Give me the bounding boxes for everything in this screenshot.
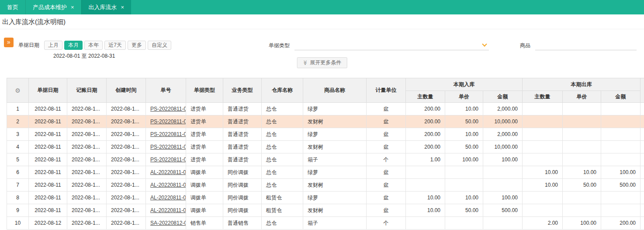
cell-in-price <box>445 166 483 179</box>
cell-in-amount: 10,000.00 <box>483 115 523 128</box>
tab-product-cost[interactable]: 产品成本维护 × <box>25 0 81 14</box>
cell-warehouse: 总仓 <box>262 128 303 141</box>
header-account-date: 记账日期 <box>67 78 107 103</box>
cell-warehouse: 总仓 <box>262 153 303 166</box>
chevron-down-icon[interactable] <box>482 42 487 46</box>
doc-no-link[interactable]: PS-20220811-0 <box>150 157 186 163</box>
cell-doc-no: AL-20220811-0 <box>146 166 186 179</box>
cell-create-time: 2022-08-1... <box>107 166 146 179</box>
table-row[interactable]: 72022-08-112022-08-1...2022-08-1...AL-20… <box>7 179 644 192</box>
doc-no-link[interactable]: AL-20220811-0 <box>150 169 186 175</box>
cell-biz-type: 同价调拨 <box>223 179 262 192</box>
cell-out-price: 10.00 <box>563 166 601 179</box>
table-row[interactable]: 42022-08-112022-08-1...2022-08-1...PS-20… <box>7 141 644 153</box>
gear-icon[interactable]: ⚙ <box>15 87 21 94</box>
doc-no-link[interactable]: AL-20220811-0 <box>150 182 186 188</box>
cell-warehouse: 总仓 <box>262 217 303 230</box>
close-icon[interactable]: × <box>121 4 125 10</box>
cell-doc-no: AL-20220811-0 <box>146 192 186 204</box>
doc-no-link[interactable]: PS-20220811-0 <box>150 144 186 150</box>
cell-in-qty <box>406 179 445 192</box>
date-filter-label: 单据日期 <box>18 42 39 49</box>
table-row[interactable]: 102022-08-122022-08-1...2022-08-1...SA-2… <box>7 217 644 230</box>
doc-type-select[interactable] <box>294 41 489 50</box>
expand-more-conditions-button[interactable]: ≫ 展开更多条件 <box>297 57 347 68</box>
cell-row-index: 10 <box>7 217 29 230</box>
cell-out-amount <box>601 128 641 141</box>
cell-unit: 盆 <box>367 128 406 141</box>
doc-no-link[interactable]: PS-20220811-0 <box>150 106 186 112</box>
doc-no-link[interactable]: AL-20220811-0 <box>150 207 186 213</box>
cell-row-index: 7 <box>7 179 29 192</box>
cell-account-date: 2022-08-1... <box>67 128 107 141</box>
cell-doc-type: 调拨单 <box>186 204 223 217</box>
header-biz-type: 业务类型 <box>223 78 262 103</box>
product-input[interactable] <box>535 41 637 50</box>
cell-in-qty: 10.00 <box>406 192 445 204</box>
expand-more-label: 展开更多条件 <box>310 59 341 66</box>
cell-out-amount <box>601 204 641 217</box>
cell-product: 绿萝 <box>303 166 367 179</box>
cell-account-date: 2022-08-1... <box>67 204 107 217</box>
table-row[interactable]: 52022-08-112022-08-1...2022-08-1...PS-20… <box>7 153 644 166</box>
header-out-amount: 金额 <box>601 91 641 103</box>
cell-row-index: 4 <box>7 141 29 153</box>
cell-warehouse: 总仓 <box>262 141 303 153</box>
cell-in-qty <box>406 217 445 230</box>
table-row[interactable]: 22022-08-112022-08-1...2022-08-1...PS-20… <box>7 115 644 128</box>
pill-custom[interactable]: 自定义 <box>148 41 171 50</box>
close-icon[interactable]: × <box>71 4 74 10</box>
pill-this-year[interactable]: 本年 <box>84 41 103 50</box>
cell-out-price <box>563 153 601 166</box>
cell-product: 发财树 <box>303 204 367 217</box>
header-warehouse: 仓库名称 <box>262 78 303 103</box>
cell-sliver <box>641 179 644 192</box>
tab-bar: 首页 产品成本维护 × 出入库流水 × <box>0 0 644 14</box>
cell-out-amount: 200.00 <box>601 217 641 230</box>
table-row[interactable]: 62022-08-112022-08-1...2022-08-1...AL-20… <box>7 166 644 179</box>
pill-this-month[interactable]: 本月 <box>64 41 83 50</box>
cell-product: 箱子 <box>303 217 367 230</box>
pill-last-month[interactable]: 上月 <box>44 41 62 50</box>
doc-no-link[interactable]: SA-20220812-0 <box>150 220 186 226</box>
doc-no-link[interactable]: PS-20220811-0 <box>150 118 186 125</box>
cell-in-amount <box>483 179 523 192</box>
flow-table: ⚙ 单据日期 记账日期 创建时间 单号 单据类型 业务类型 仓库名称 商品名称 … <box>7 78 644 230</box>
cell-doc-type: 进货单 <box>186 141 223 153</box>
cell-sliver <box>641 217 644 230</box>
cell-date: 2022-08-11 <box>29 141 67 153</box>
header-unit: 计量单位 <box>367 78 406 103</box>
cell-unit: 盆 <box>367 204 406 217</box>
cell-doc-type: 销售单 <box>186 217 223 230</box>
cell-biz-type: 同价调拨 <box>223 204 262 217</box>
cell-account-date: 2022-08-1... <box>67 103 107 115</box>
cell-account-date: 2022-08-1... <box>67 115 107 128</box>
cell-out-qty <box>523 103 563 115</box>
cell-out-amount <box>601 115 641 128</box>
cell-out-qty <box>523 204 563 217</box>
cell-product: 绿萝 <box>303 192 367 204</box>
cell-product: 发财树 <box>303 179 367 192</box>
cell-sliver <box>641 192 644 204</box>
table-row[interactable]: 32022-08-112022-08-1...2022-08-1...PS-20… <box>7 128 644 141</box>
cell-create-time: 2022-08-1... <box>107 103 146 115</box>
table-row[interactable]: 82022-08-112022-08-1...2022-08-1...AL-20… <box>7 192 644 204</box>
pill-more[interactable]: 更多 <box>128 41 146 50</box>
cell-doc-type: 调拨单 <box>186 192 223 204</box>
cell-in-qty: 200.00 <box>406 128 445 141</box>
doc-no-link[interactable]: PS-20220811-0 <box>150 131 186 137</box>
doc-no-link[interactable]: AL-20220811-0 <box>150 195 186 201</box>
table-row[interactable]: 12022-08-112022-08-1...2022-08-1...PS-20… <box>7 103 644 115</box>
tab-home[interactable]: 首页 <box>0 0 25 14</box>
tab-inout-flow[interactable]: 出入库流水 × <box>81 0 132 14</box>
cell-product: 发财树 <box>303 141 367 153</box>
cell-out-price <box>563 192 601 204</box>
cell-in-price: 10.00 <box>445 128 483 141</box>
cell-in-amount: 100.00 <box>483 192 523 204</box>
cell-create-time: 2022-08-1... <box>107 115 146 128</box>
cell-doc-type: 进货单 <box>186 103 223 115</box>
table-row[interactable]: 92022-08-112022-08-1...2022-08-1...AL-20… <box>7 204 644 217</box>
pill-last-7-days[interactable]: 近7天 <box>104 41 126 50</box>
table-body: 12022-08-112022-08-1...2022-08-1...PS-20… <box>7 103 644 230</box>
expand-panel-button[interactable]: » <box>4 38 14 47</box>
